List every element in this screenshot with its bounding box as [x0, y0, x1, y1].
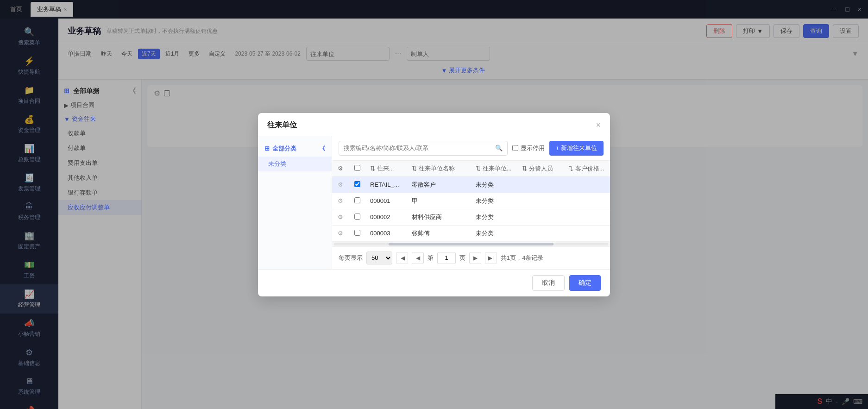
row-price-cell: [564, 193, 610, 209]
col-price-header: ⇅ 客户价格...: [564, 161, 610, 177]
dialog-left-categories: ⊞ 全部分类 《 未分类: [258, 136, 332, 269]
row-check-cell: [349, 193, 365, 209]
total-info: 共1页，4条记录: [501, 254, 543, 262]
search-input[interactable]: [344, 145, 492, 151]
row-name-cell: 材料供应商: [407, 209, 471, 225]
select-all-table-checkbox[interactable]: [354, 165, 360, 171]
col-person-header: ⇅ 分管人员: [517, 161, 564, 177]
cancel-button[interactable]: 取消: [532, 275, 565, 291]
row-category-cell: 未分类: [471, 209, 517, 225]
row-name-cell: 甲: [407, 193, 471, 209]
settings-icon[interactable]: ⚙: [338, 165, 343, 172]
page-number-input[interactable]: [437, 252, 456, 264]
confirm-button[interactable]: 确定: [569, 275, 601, 291]
show-disabled-text: 显示停用: [521, 144, 545, 152]
dialog-body: ⊞ 全部分类 《 未分类 🔍 显示停用: [258, 136, 610, 269]
prev-page-btn[interactable]: ◀: [412, 252, 424, 264]
search-box: 🔍: [339, 141, 508, 156]
table-header-row: ⚙ ⇅ 往来... ⇅: [332, 161, 610, 177]
add-counterparty-button[interactable]: + 新增往来单位: [549, 141, 604, 156]
horizontal-scrollbar[interactable]: [332, 242, 610, 246]
page-suffix: 页: [459, 254, 465, 262]
row-code-cell: 000001: [365, 193, 407, 209]
col-name-header: ⇅ 往来单位名称: [407, 161, 471, 177]
sort-icon: ⇅: [522, 165, 527, 172]
col-code-header: ⇅ 往来...: [365, 161, 407, 177]
row-price-cell: [564, 225, 610, 241]
collapse-left-icon[interactable]: 《: [319, 145, 325, 153]
row-settings-cell: ⚙: [332, 225, 349, 241]
scroll-thumb[interactable]: [389, 243, 553, 245]
col-settings: ⚙: [332, 161, 349, 177]
row-price-cell: [564, 176, 610, 193]
table-row[interactable]: ⚙ RETAIL_... 零散客户 未分类: [332, 176, 610, 193]
row-checkbox[interactable]: [354, 181, 360, 187]
row-category-cell: 未分类: [471, 193, 517, 209]
last-page-btn[interactable]: ▶|: [485, 252, 497, 264]
row-code-cell: RETAIL_...: [365, 176, 407, 193]
row-name-cell: 张帅傅: [407, 225, 471, 241]
row-settings-icon[interactable]: ⚙: [338, 214, 343, 220]
row-person-cell: [517, 193, 564, 209]
row-settings-cell: ⚙: [332, 193, 349, 209]
dialog-overlay: 往来单位 × ⊞ 全部分类 《 未分类 🔍: [0, 0, 868, 409]
row-settings-icon[interactable]: ⚙: [338, 181, 343, 188]
first-page-btn[interactable]: |◀: [396, 252, 408, 264]
scroll-track: [334, 243, 608, 245]
row-checkbox[interactable]: [354, 214, 360, 220]
row-code-cell: 000002: [365, 209, 407, 225]
per-page-select[interactable]: 50 10 20 100: [366, 252, 392, 264]
show-disabled-checkbox[interactable]: [512, 145, 518, 151]
page-label: 第: [428, 254, 434, 262]
table-row[interactable]: ⚙ 000002 材料供应商 未分类: [332, 209, 610, 225]
col-check: [349, 161, 365, 177]
table-row[interactable]: ⚙ 000001 甲 未分类: [332, 193, 610, 209]
sort-icon: ⇅: [412, 165, 417, 172]
counterparty-dialog: 往来单位 × ⊞ 全部分类 《 未分类 🔍: [258, 113, 610, 296]
counterparty-table: ⚙ ⇅ 往来... ⇅: [332, 161, 610, 242]
dialog-toolbar: 🔍 显示停用 + 新增往来单位: [332, 136, 610, 161]
row-check-cell: [349, 209, 365, 225]
all-categories-header[interactable]: ⊞ 全部分类 《: [258, 141, 332, 157]
row-check-cell: [349, 176, 365, 193]
row-check-cell: [349, 225, 365, 241]
row-code-cell: 000003: [365, 225, 407, 241]
next-page-btn[interactable]: ▶: [469, 252, 481, 264]
row-person-cell: [517, 176, 564, 193]
sort-icon: ⇅: [476, 165, 481, 172]
dialog-right: 🔍 显示停用 + 新增往来单位 ⚙: [332, 136, 610, 269]
dialog-close-button[interactable]: ×: [596, 120, 601, 130]
row-name-cell: 零散客户: [407, 176, 471, 193]
sort-icon: ⇅: [370, 165, 375, 172]
row-category-cell: 未分类: [471, 225, 517, 241]
show-disabled-label: 显示停用: [512, 144, 545, 152]
dialog-title: 往来单位: [267, 120, 297, 130]
table-row[interactable]: ⚙ 000003 张帅傅 未分类: [332, 225, 610, 241]
row-category-cell: 未分类: [471, 176, 517, 193]
category-item-uncategorized[interactable]: 未分类: [258, 157, 332, 171]
sort-icon: ⇅: [568, 165, 573, 172]
dialog-pagination: 每页显示 50 10 20 100 |◀ ◀ 第 页 ▶ ▶| 共1页，4条记录: [332, 246, 610, 269]
search-icon: 🔍: [495, 145, 503, 151]
grid-icon: ⊞: [264, 145, 270, 152]
row-checkbox[interactable]: [354, 197, 360, 203]
row-person-cell: [517, 225, 564, 241]
col-category-header: ⇅ 往来单位...: [471, 161, 517, 177]
dialog-header: 往来单位 ×: [258, 113, 610, 136]
all-categories-label: 全部分类: [272, 145, 296, 153]
row-checkbox[interactable]: [354, 230, 360, 236]
row-price-cell: [564, 209, 610, 225]
row-settings-cell: ⚙: [332, 209, 349, 225]
row-settings-icon[interactable]: ⚙: [338, 197, 343, 204]
dialog-table: ⚙ ⇅ 往来... ⇅: [332, 161, 610, 242]
row-settings-icon[interactable]: ⚙: [338, 230, 343, 237]
dialog-footer: 取消 确定: [258, 269, 610, 296]
row-settings-cell: ⚙: [332, 176, 349, 193]
per-page-label: 每页显示: [339, 254, 363, 262]
row-person-cell: [517, 209, 564, 225]
